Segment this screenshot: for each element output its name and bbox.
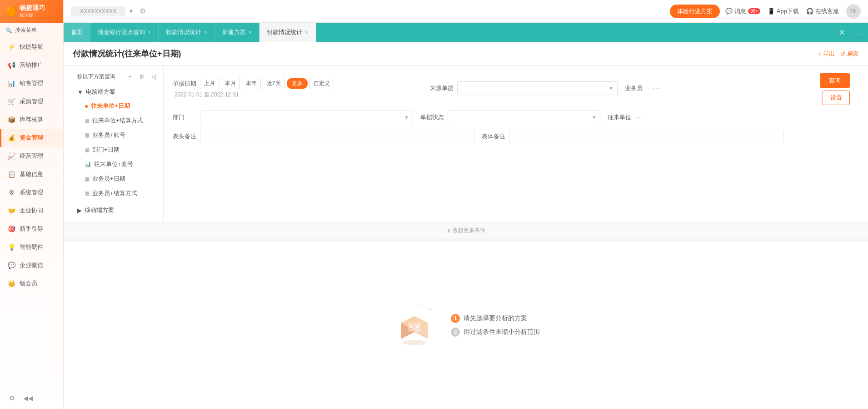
- date-btn-this-year[interactable]: 本年: [242, 78, 261, 89]
- svg-point-10: [403, 340, 426, 345]
- scheme-panel: 按以下方案查询 + ⚙ ◁ ▼ 电脑端方案 ● 往来单: [73, 66, 164, 222]
- sidebar-item-beginner[interactable]: 🎯 新手引导: [0, 220, 63, 238]
- sidebar-nav: ⚡ 快捷导航 📢 营销推广 📊 销售管理 🛒 采购管理 📦 库存核算 💰 资金管…: [0, 38, 63, 387]
- sidebar-item-business[interactable]: 📈 经营管理: [0, 147, 63, 165]
- purchase-icon: 🛒: [7, 97, 16, 106]
- tab-collection-stats[interactable]: 收款情况统计 ×: [159, 23, 215, 42]
- sidebar-item-sales[interactable]: 📊 销售管理: [0, 74, 63, 92]
- sidebar-item-enterprise[interactable]: 🤝 企业协同: [0, 202, 63, 220]
- trial-btn[interactable]: 体验行业方案: [670, 5, 720, 18]
- tab-collection-stats-close[interactable]: ×: [204, 29, 207, 35]
- scheme-mobile-group[interactable]: ▶ 移动端方案: [73, 203, 163, 217]
- sidebar: 🟠 畅捷通巧 标准版 🔍 搜索菜单 ⚡ 快捷导航 📢 营销推广 📊 销售管理 🛒…: [0, 0, 64, 409]
- date-btn-this-month[interactable]: 本月: [221, 78, 240, 89]
- export-btn[interactable]: ↑ 导出: [818, 50, 835, 58]
- scheme-item-salesman-account[interactable]: ▦ 业务员+账号: [73, 128, 163, 142]
- scheme-item-salesman-payment[interactable]: ▦ 业务员+结算方式: [73, 186, 163, 201]
- scheme-item-partner-payment[interactable]: ▦ 往来单位+结算方式: [73, 113, 163, 128]
- sidebar-item-label: 企业微信: [20, 261, 43, 269]
- sidebar-item-label: 资金管理: [20, 134, 43, 142]
- tab-payment-stats-close[interactable]: ×: [305, 29, 308, 35]
- notifications-btn[interactable]: 💬 消息 99+: [725, 7, 760, 15]
- sidebar-item-smart-hw[interactable]: 💡 智能硬件: [0, 238, 63, 256]
- sidebar-item-basic[interactable]: 📋 基础信息: [0, 165, 63, 183]
- table-header-note-input[interactable]: [200, 130, 474, 143]
- date-btn-last-month[interactable]: 上月: [200, 78, 219, 89]
- sidebar-item-purchase[interactable]: 🛒 采购管理: [0, 92, 63, 111]
- date-btn-last-7[interactable]: 近7天: [263, 78, 285, 89]
- scheme-item-dept-date[interactable]: ▦ 部门+日期: [73, 142, 163, 157]
- tab-bank-flow[interactable]: 现金银行流水查询 ×: [90, 23, 159, 42]
- tab-home[interactable]: 首页: [64, 23, 90, 42]
- close-all-btn[interactable]: ✕: [835, 26, 848, 39]
- expand-btn[interactable]: ⛶: [852, 26, 864, 39]
- sidebar-settings-btn[interactable]: ⚙: [5, 392, 18, 404]
- scheme-item-label: 往来单位+日期: [91, 102, 130, 110]
- dept-select[interactable]: ▼: [200, 111, 413, 124]
- sidebar-collapse-btn[interactable]: ◀◀: [22, 392, 35, 404]
- sidebar-item-member[interactable]: 👑 畅会员: [0, 274, 63, 293]
- tab-new-scheme[interactable]: 新建方案 ×: [215, 23, 259, 42]
- sidebar-item-label: 畅会员: [20, 279, 37, 288]
- svg-point-7: [410, 325, 413, 328]
- page-content: 付款情况统计(往来单位+日期) ↑ 导出 ↺ 刷新 按以下方案查询: [64, 42, 868, 409]
- scheme-item-salesman-date[interactable]: ▦ 业务员+日期: [73, 172, 163, 186]
- scheme-add-btn[interactable]: +: [125, 71, 135, 81]
- scheme-item-label: 业务员+日期: [92, 175, 125, 183]
- scheme-item-partner-date[interactable]: ● 往来单位+日期: [73, 99, 163, 113]
- date-btn-more[interactable]: 更多: [287, 78, 308, 89]
- logo-sub: 标准版: [20, 12, 45, 19]
- svg-point-1: [429, 308, 431, 310]
- refresh-label: 刷新: [847, 50, 859, 58]
- collapse-icon: ∧: [447, 227, 451, 234]
- tab-bank-flow-close[interactable]: ×: [148, 29, 151, 35]
- member-icon: 👑: [7, 279, 16, 288]
- query-btn[interactable]: 查询: [820, 73, 850, 88]
- sidebar-item-finance[interactable]: 💰 资金管理: [0, 129, 63, 147]
- scheme-mobile-arrow: ▶: [77, 207, 82, 214]
- app-icon: 📱: [768, 8, 775, 15]
- table-body-note-input[interactable]: [509, 130, 783, 143]
- search-label: 搜索菜单: [15, 26, 37, 34]
- page-header: 付款情况统计(往来单位+日期) ↑ 导出 ↺ 刷新: [64, 42, 868, 66]
- scheme-desktop-group[interactable]: ▼ 电脑端方案: [73, 85, 163, 99]
- tab-payment-stats[interactable]: 付款情况统计 ×: [259, 23, 316, 42]
- sidebar-item-wechat[interactable]: 💬 企业微信: [0, 256, 63, 274]
- table-body-note-field: 表体备注: [482, 130, 783, 143]
- scheme-panel-actions: + ⚙ ◁: [125, 71, 159, 81]
- sidebar-item-inventory[interactable]: 📦 库存核算: [0, 111, 63, 129]
- sidebar-item-system[interactable]: ⚙ 系统管理: [0, 183, 63, 202]
- dept-arrow: ▼: [404, 115, 409, 120]
- business-icon: 📈: [7, 151, 16, 161]
- source-doc-label: 来源单据: [430, 84, 454, 92]
- search-menu[interactable]: 🔍 搜索菜单: [0, 23, 63, 38]
- filter-row-3: 表头备注 表体备注: [173, 130, 850, 143]
- quick-nav-icon: ⚡: [7, 42, 16, 51]
- dept-field: 部门 ▼: [173, 111, 413, 124]
- tab-new-scheme-close[interactable]: ×: [249, 29, 252, 35]
- app-download-btn[interactable]: 📱 App下载: [768, 7, 799, 15]
- salesman-dots[interactable]: ···: [652, 84, 661, 92]
- source-doc-select[interactable]: ▼: [457, 81, 618, 95]
- topbar-gear-btn[interactable]: ⚙: [140, 7, 146, 15]
- scheme-settings-btn[interactable]: ⚙: [137, 71, 147, 81]
- date-btn-custom[interactable]: 自定义: [309, 78, 334, 89]
- refresh-btn[interactable]: ↺ 刷新: [840, 50, 859, 58]
- sidebar-item-label: 营销推广: [20, 61, 43, 69]
- scheme-collapse-btn[interactable]: ◁: [149, 71, 159, 81]
- system-icon: ⚙: [7, 188, 16, 197]
- company-selector[interactable]: XXXXXXXXXX ▼: [71, 6, 134, 16]
- user-avatar[interactable]: Rit: [846, 4, 861, 19]
- scheme-item-icon-2: ▦: [85, 117, 90, 124]
- scheme-item-label: 往来单位+账号: [94, 160, 133, 168]
- sidebar-item-quick-nav[interactable]: ⚡ 快捷导航: [0, 38, 63, 56]
- settings-btn[interactable]: 设置: [823, 91, 850, 105]
- table-body-note-label: 表体备注: [482, 132, 505, 141]
- collapse-bar[interactable]: ∧ 收起更多条件: [64, 222, 868, 238]
- doc-status-select[interactable]: ▼: [448, 111, 601, 124]
- sidebar-item-marketing[interactable]: 📢 营销推广: [0, 56, 63, 74]
- date-range-text: 2022-01-01 至 2022-12-31: [173, 91, 239, 99]
- partner-dots[interactable]: ···: [635, 113, 644, 121]
- online-service-btn[interactable]: 🎧 在线客服: [806, 7, 839, 15]
- scheme-item-partner-account[interactable]: 📊 往来单位+账号: [73, 157, 163, 172]
